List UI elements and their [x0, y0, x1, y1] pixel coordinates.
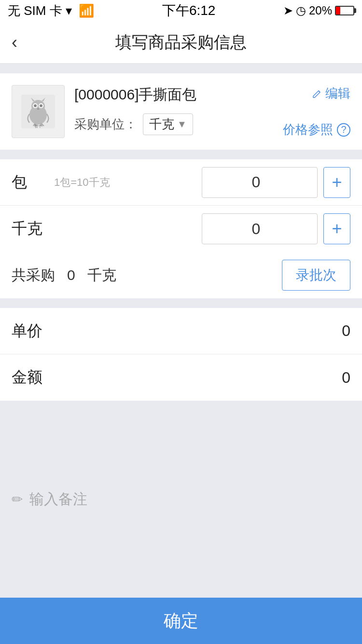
total-unit: 千克 [87, 267, 116, 283]
kg-plus-button[interactable]: + [323, 213, 350, 244]
kg-row: 千克 + [0, 206, 362, 252]
note-placeholder: 输入备注 [29, 490, 87, 509]
status-right: ➤ ◷ 20% [283, 4, 354, 17]
price-label: 单价 [12, 321, 42, 342]
edit-icon [312, 88, 322, 99]
total-quantity: 0 [67, 267, 75, 283]
help-icon: ? [337, 123, 350, 137]
top-divider [0, 64, 362, 73]
kg-label: 千克 [12, 218, 50, 239]
amount-label: 金额 [12, 367, 42, 388]
product-name: [0000006]手撕面包 [74, 85, 350, 105]
amount-value: 0 [342, 369, 350, 387]
status-left: 无 SIM 卡 ▾ 📶 [8, 2, 94, 19]
kg-input-wrapper: + [50, 213, 350, 244]
product-card: 智十 [0000006]手撕面包 采购单位： 千克 ▼ 编辑 价格参照 ? [0, 73, 362, 150]
kg-input[interactable] [202, 213, 318, 244]
total-row: 共采购 0 千克 录批次 [0, 252, 362, 298]
svg-point-7 [34, 104, 37, 107]
price-ref-button[interactable]: 价格参照 ? [283, 121, 350, 138]
confirm-button[interactable]: 确定 [0, 598, 362, 644]
total-prefix: 共采购 [12, 267, 55, 283]
unit-arrow-icon: ▼ [177, 119, 187, 130]
unit-selector[interactable]: 千克 ▼ [143, 113, 193, 135]
page-title: 填写商品采购信息 [115, 31, 247, 54]
unit-label: 采购单位： [74, 116, 137, 133]
bao-label: 包 [12, 172, 50, 193]
input-section: 包 1包=10千克 + 千克 + [0, 159, 362, 252]
bao-input[interactable] [202, 167, 318, 198]
note-section[interactable]: ✏ 输入备注 [0, 401, 362, 598]
mid-divider-1 [0, 150, 362, 159]
unit-value: 千克 [149, 116, 174, 133]
record-batch-button[interactable]: 录批次 [282, 260, 350, 291]
bao-sublabel: 1包=10千克 [54, 175, 110, 190]
amount-row: 金额 0 [0, 354, 362, 401]
pencil-icon: ✏ [12, 491, 23, 507]
location-icon: ➤ [283, 4, 293, 17]
price-value: 0 [342, 322, 350, 340]
product-image: 智十 [12, 85, 65, 138]
price-row: 单价 0 [0, 308, 362, 354]
back-button[interactable]: ‹ [12, 32, 17, 53]
svg-text:智十: 智十 [34, 124, 42, 128]
battery-icon [335, 6, 354, 15]
battery-percent: 20% [309, 4, 332, 17]
mid-divider-2 [0, 298, 362, 308]
alarm-icon: ◷ [296, 4, 306, 17]
svg-point-8 [40, 104, 42, 107]
bao-plus-button[interactable]: + [323, 167, 350, 198]
price-ref-label: 价格参照 [283, 121, 333, 138]
status-time: 下午6:12 [162, 1, 216, 20]
confirm-label: 确定 [164, 609, 198, 633]
bao-input-wrapper: + [110, 167, 350, 198]
edit-button[interactable]: 编辑 [312, 85, 350, 102]
product-logo: 智十 [21, 95, 55, 128]
nav-bar: ‹ 填写商品采购信息 [0, 21, 362, 64]
status-bar: 无 SIM 卡 ▾ 📶 下午6:12 ➤ ◷ 20% [0, 0, 362, 21]
detail-section: 单价 0 金额 0 [0, 308, 362, 401]
total-text: 共采购 0 千克 [12, 266, 116, 285]
bao-row: 包 1包=10千克 + [0, 159, 362, 206]
